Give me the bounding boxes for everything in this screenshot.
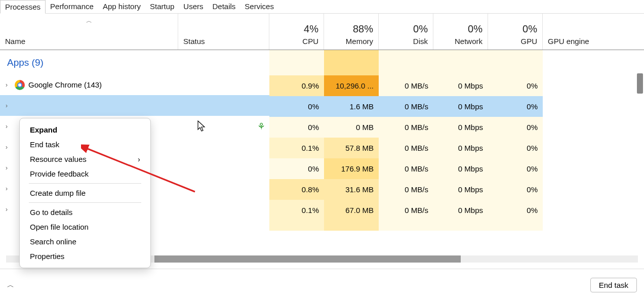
menu-label: Resource values [30, 155, 87, 163]
col-memory[interactable]: 88% Memory [324, 14, 379, 50]
cell [433, 221, 488, 231]
cell-cpu: 0% [269, 96, 324, 117]
horizontal-scrollbar-track[interactable] [461, 255, 638, 263]
menu-separator [29, 202, 141, 203]
chrome-icon [13, 80, 26, 90]
metric-row: 0% 0 MB 0 MB/s 0 Mbps 0% [269, 117, 543, 138]
col-network-pct: 0% [468, 23, 482, 35]
metric-row: 0.1% 57.8 MB 0 MB/s 0 Mbps 0% [269, 138, 543, 158]
tab-processes[interactable]: Processes [0, 0, 46, 14]
cell-gpu: 0% [488, 96, 543, 117]
process-name: Google Chrome (143) [26, 80, 269, 89]
cell [269, 221, 324, 231]
expand-chevron-icon[interactable]: › [0, 123, 13, 130]
metric-row: 0% 1.6 MB 0 MB/s 0 Mbps 0% [269, 96, 543, 117]
cell-net: 0 Mbps [433, 138, 488, 158]
expand-chevron-icon[interactable]: › [0, 102, 13, 109]
horizontal-scrollbar-thumb[interactable] [154, 255, 461, 263]
expand-chevron-icon[interactable]: › [0, 206, 13, 213]
metric-row: 0% 176.9 MB 0 MB/s 0 Mbps 0% [269, 158, 543, 179]
col-network[interactable]: 0% Network [433, 14, 488, 50]
metric-row [269, 221, 543, 231]
cell-mem: 0 MB [324, 117, 379, 138]
col-disk[interactable]: 0% Disk [379, 14, 433, 50]
cell-disk: 0 MB/s [379, 158, 433, 179]
cell-cpu: 0.1% [269, 138, 324, 158]
vertical-scrollbar[interactable] [637, 73, 643, 94]
tab-services[interactable]: Services [240, 0, 278, 13]
tab-users[interactable]: Users [179, 0, 208, 13]
cell-mem: 10,296.0 ... [324, 75, 379, 96]
cell-gpu: 0% [488, 158, 543, 179]
tab-startup[interactable]: Startup [145, 0, 179, 13]
cell-disk: 0 MB/s [379, 117, 433, 138]
menu-separator [29, 183, 141, 184]
expand-chevron-icon[interactable]: › [0, 185, 13, 192]
cell-net: 0 Mbps [433, 117, 488, 138]
col-gpu-engine-label: GPU engine [548, 37, 639, 46]
col-name[interactable]: ︿ Name [0, 14, 178, 50]
cell-mem: 57.8 MB [324, 138, 379, 158]
cell [324, 221, 379, 231]
col-name-label: Name [5, 37, 173, 46]
menu-go-to-details[interactable]: Go to details [20, 205, 150, 220]
col-disk-pct: 0% [413, 23, 428, 35]
cell-cpu: 0.8% [269, 179, 324, 200]
col-status[interactable]: Status [178, 14, 269, 50]
col-network-label: Network [455, 37, 482, 46]
tab-performance[interactable]: Performance [46, 0, 98, 13]
cell [379, 221, 433, 231]
menu-expand[interactable]: Expand [20, 122, 150, 137]
col-memory-pct: 88% [353, 23, 373, 35]
col-cpu[interactable]: 4% CPU [269, 14, 324, 50]
col-cpu-pct: 4% [304, 23, 318, 35]
metric-row: 0.9% 10,296.0 ... 0 MB/s 0 Mbps 0% [269, 75, 543, 96]
cell-disk: 0 MB/s [379, 179, 433, 200]
footer: ︿ End task [0, 269, 644, 301]
cell-mem: 67.0 MB [324, 200, 379, 221]
expand-chevron-icon[interactable]: › [0, 144, 13, 151]
col-gpu[interactable]: 0% GPU [488, 14, 543, 50]
menu-search-online[interactable]: Search online [20, 234, 150, 249]
cell-disk: 0 MB/s [379, 200, 433, 221]
sort-chevron-up-icon: ︿ [86, 17, 92, 25]
menu-resource-values[interactable]: Resource values› [20, 152, 150, 166]
column-headers: ︿ Name Status 4% CPU 88% Memory 0% Disk … [0, 14, 644, 50]
metric-row: 0.1% 67.0 MB 0 MB/s 0 Mbps 0% [269, 200, 543, 221]
tab-strip: Processes Performance App history Startu… [0, 0, 644, 14]
cell-disk: 0 MB/s [379, 75, 433, 96]
cell-mem: 1.6 MB [324, 96, 379, 117]
col-gpu-engine[interactable]: GPU engine [543, 14, 644, 50]
cell-gpu: 0% [488, 179, 543, 200]
cell-cpu: 0% [269, 117, 324, 138]
menu-properties[interactable]: Properties [20, 249, 150, 264]
fewer-details-chevron-icon[interactable]: ︿ [7, 281, 14, 290]
submenu-chevron-icon: › [138, 155, 140, 163]
tab-details[interactable]: Details [208, 0, 240, 13]
tab-app-history[interactable]: App history [98, 0, 145, 13]
expand-chevron-icon[interactable]: › [0, 81, 13, 89]
efficiency-leaf-icon: ⚘ [257, 121, 265, 132]
col-memory-label: Memory [346, 37, 373, 46]
menu-create-dump[interactable]: Create dump file [20, 186, 150, 200]
col-disk-label: Disk [413, 37, 428, 46]
context-menu: Expand End task Resource values› Provide… [19, 118, 151, 268]
expand-chevron-icon[interactable]: › [0, 164, 13, 171]
cell [433, 50, 488, 75]
end-task-button[interactable]: End task [590, 278, 637, 292]
menu-provide-feedback[interactable]: Provide feedback [20, 166, 150, 181]
cell-cpu: 0% [269, 158, 324, 179]
cell [379, 50, 433, 75]
cell-gpu: 0% [488, 200, 543, 221]
cell [488, 221, 543, 231]
col-status-label: Status [183, 37, 264, 46]
metric-row: 0.8% 31.6 MB 0 MB/s 0 Mbps 0% [269, 179, 543, 200]
cell-net: 0 Mbps [433, 96, 488, 117]
cell-net: 0 Mbps [433, 179, 488, 200]
cell-cpu: 0.9% [269, 75, 324, 96]
col-gpu-pct: 0% [522, 23, 537, 35]
metric-cells: 0.9% 10,296.0 ... 0 MB/s 0 Mbps 0% 0% 1.… [269, 50, 543, 231]
menu-end-task[interactable]: End task [20, 137, 150, 152]
cell-net: 0 Mbps [433, 75, 488, 96]
menu-open-file-location[interactable]: Open file location [20, 220, 150, 234]
